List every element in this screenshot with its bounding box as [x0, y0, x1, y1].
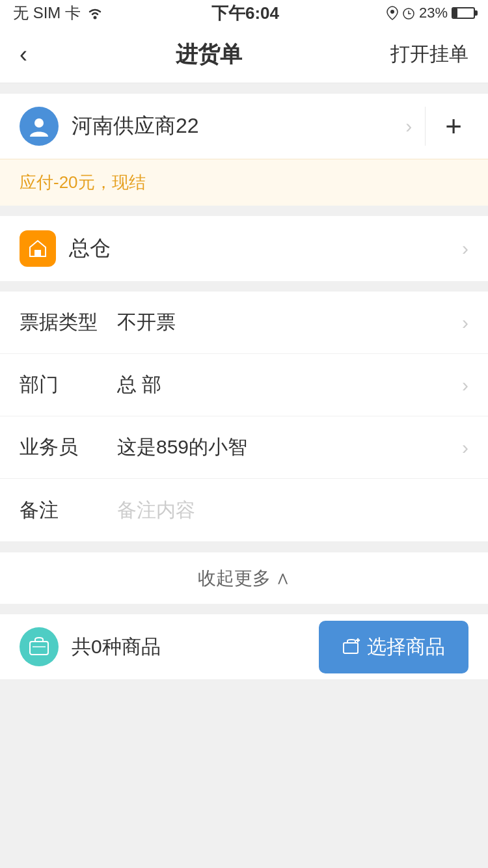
supplier-name: 河南供应商22: [72, 112, 405, 141]
battery-icon: [452, 7, 475, 19]
battery-percent: 23%: [419, 5, 448, 21]
remarks-row[interactable]: 备注 备注内容: [0, 479, 488, 541]
location-icon: [386, 6, 398, 20]
page-background: [0, 679, 488, 868]
svg-rect-6: [34, 250, 41, 256]
section-gap-1: [0, 83, 488, 94]
supplier-row[interactable]: 河南供应商22 › +: [20, 94, 468, 159]
warehouse-row[interactable]: 总仓 ›: [0, 216, 488, 281]
back-button[interactable]: ‹: [20, 41, 27, 68]
cart-icon: [27, 635, 51, 658]
status-left: 无 SIM 卡: [13, 3, 104, 23]
collapse-button[interactable]: 收起更多 ∧: [198, 566, 291, 591]
svg-rect-9: [344, 643, 358, 653]
svg-point-5: [34, 118, 44, 128]
alarm-icon: [402, 6, 415, 20]
salesperson-label: 业务员: [20, 434, 104, 461]
person-icon: [27, 115, 51, 138]
invoice-type-value: 不开票: [104, 309, 462, 336]
sim-status: 无 SIM 卡: [13, 3, 81, 23]
wifi-icon: [86, 7, 104, 20]
add-supplier-button[interactable]: +: [439, 110, 468, 142]
salesperson-row[interactable]: 业务员 这是859的小智 ›: [0, 416, 488, 479]
product-icon: [20, 627, 59, 666]
select-cart-icon: [342, 638, 360, 656]
form-section: 票据类型 不开票 › 部门 总 部 › 业务员 这是859的小智 › 备注 备注…: [0, 292, 488, 541]
svg-point-1: [390, 10, 394, 14]
department-label: 部门: [20, 372, 104, 398]
department-row[interactable]: 部门 总 部 ›: [0, 354, 488, 416]
supplier-chevron-icon: ›: [405, 115, 412, 137]
remarks-label: 备注: [20, 497, 104, 524]
notice-text: 应付-20元，现结: [20, 172, 146, 192]
warehouse-chevron-icon: ›: [462, 237, 468, 260]
department-value: 总 部: [104, 372, 462, 398]
status-bar: 无 SIM 卡 下午6:04 23%: [0, 0, 488, 26]
nav-bar: ‹ 进货单 打开挂单: [0, 26, 488, 83]
home-icon: [27, 238, 48, 259]
warehouse-section: 总仓 ›: [0, 216, 488, 281]
invoice-type-label: 票据类型: [20, 309, 104, 336]
invoice-type-chevron-icon: ›: [462, 312, 468, 334]
salesperson-value: 这是859的小智: [104, 434, 462, 461]
salesperson-chevron-icon: ›: [462, 437, 468, 459]
page-title: 进货单: [176, 40, 242, 70]
remarks-input[interactable]: 备注内容: [104, 497, 468, 524]
status-right: 23%: [386, 5, 475, 21]
select-product-button[interactable]: 选择商品: [319, 621, 468, 673]
department-chevron-icon: ›: [462, 374, 468, 396]
warehouse-name: 总仓: [69, 234, 462, 263]
status-time: 下午6:04: [211, 2, 279, 25]
supplier-section: 河南供应商22 › +: [0, 94, 488, 159]
invoice-type-row[interactable]: 票据类型 不开票 ›: [0, 292, 488, 354]
warehouse-icon: [20, 230, 56, 267]
select-btn-label: 选择商品: [367, 634, 445, 660]
supplier-avatar: [20, 107, 59, 146]
svg-rect-7: [30, 642, 48, 655]
notice-banner: 应付-20元，现结: [0, 159, 488, 206]
bottom-bar: 共0种商品 选择商品: [0, 614, 488, 679]
svg-point-0: [94, 16, 97, 20]
product-count: 共0种商品: [72, 634, 319, 660]
supplier-divider: [425, 107, 426, 146]
collapse-section: 收起更多 ∧: [0, 552, 488, 604]
open-pending-button[interactable]: 打开挂单: [390, 41, 468, 68]
